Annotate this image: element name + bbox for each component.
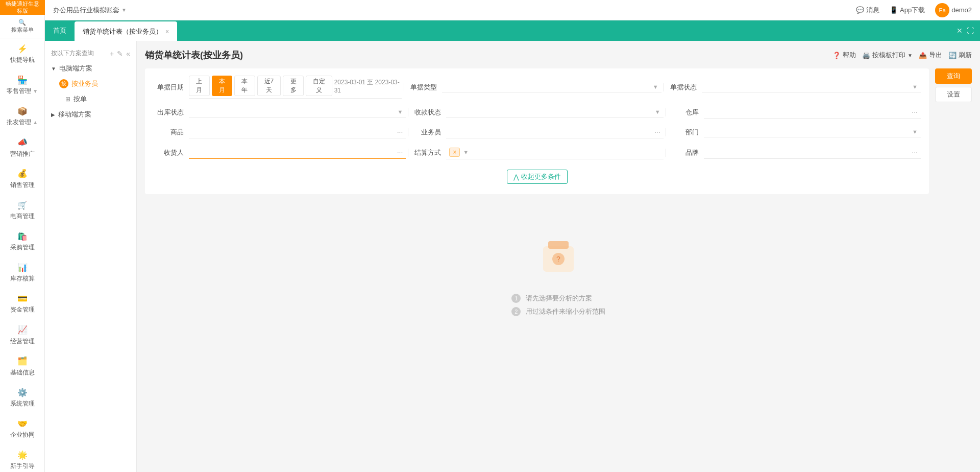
collapse-btn[interactable]: ⋀ 收起更多条件 (507, 170, 568, 184)
tab-home[interactable]: 首页 (45, 20, 75, 41)
goods-input[interactable]: ··· (189, 126, 406, 138)
sidebar-item-inventory[interactable]: 📊 库存核算 (0, 257, 44, 288)
settlement-tag-close[interactable]: × (453, 149, 456, 156)
salesperson-circle-text: 按 (61, 80, 66, 87)
brand-input[interactable]: ··· (704, 146, 921, 159)
inventory-label: 库存核算 (10, 275, 35, 282)
sep8 (666, 149, 666, 157)
sidebar-search[interactable]: 🔍 搜索菜单 (0, 15, 44, 38)
user-menu[interactable]: Ea demo2 (935, 3, 972, 17)
salesperson-scheme-label: 按业务员 (71, 79, 98, 88)
shortcut-icon: ⚡ (2, 43, 42, 55)
sidebar-item-collab[interactable]: 🤝 企业协同 (0, 413, 44, 444)
brand-dots[interactable]: ··· (912, 148, 918, 156)
system-label: 系统管理 (10, 400, 35, 407)
warehouse-dots[interactable]: ··· (912, 108, 918, 116)
dept-arrow: ▼ (912, 129, 918, 135)
help-button[interactable]: ❓ 帮助 (832, 51, 856, 60)
query-button[interactable]: 查询 (935, 68, 972, 84)
sidebar-item-operations[interactable]: 📈 经营管理 (0, 319, 44, 350)
sidebar-item-marketing[interactable]: 📣 营销推广 (0, 132, 44, 163)
newbie-icon: 🌟 (2, 450, 42, 461)
sidebar-item-newbie[interactable]: 🌟 新手引导 (0, 444, 44, 472)
sidebar-item-finance[interactable]: 💳 资金管理 (0, 288, 44, 319)
sidebar-item-purchase[interactable]: 🛍️ 采购管理 (0, 226, 44, 257)
warehouse-input[interactable]: ··· (704, 106, 921, 119)
out-status-label: 出库状态 (153, 108, 189, 117)
operations-label: 经营管理 (10, 338, 35, 345)
sep3 (408, 108, 408, 116)
add-scheme-icon[interactable]: + (110, 50, 114, 58)
date-last7-btn[interactable]: 近7天 (257, 76, 281, 96)
export-label: 导出 (929, 51, 942, 60)
sep5 (408, 128, 408, 136)
tab-active-label: 销货单统计表（按业务员） (83, 27, 162, 36)
doc-status-input[interactable]: ▼ (702, 82, 921, 92)
sep7 (408, 149, 408, 157)
desktop-group-label: 电脑端方案 (59, 64, 92, 73)
collection-input[interactable]: ▼ (446, 107, 663, 117)
goods-label: 商品 (153, 128, 189, 137)
export-button[interactable]: 📤 导出 (919, 51, 942, 60)
sidebar-item-sales[interactable]: 💰 销售管理 (0, 163, 44, 194)
tab-active[interactable]: 销货单统计表（按业务员） × (75, 21, 177, 42)
page-title: 销货单统计表(按业务员) (145, 49, 243, 61)
system-icon: ⚙️ (2, 387, 42, 398)
message-button[interactable]: 💬 消息 (856, 6, 879, 15)
dept-input[interactable]: ▼ (704, 127, 921, 137)
industry-dropdown[interactable]: 办公用品行业模拟账套 ▼ (53, 6, 127, 15)
edit-scheme-icon[interactable]: ✎ (117, 50, 123, 58)
template-print-button[interactable]: 🖨️ 按模板打印 ▼ (862, 51, 913, 60)
salesperson-dots[interactable]: ··· (654, 128, 660, 136)
wholesale-label: 批发管理 (7, 119, 31, 126)
purchase-label: 采购管理 (10, 244, 35, 251)
settings-button[interactable]: 设置 (935, 87, 972, 102)
consignee-dots[interactable]: ··· (397, 148, 403, 156)
tree-mobile-group[interactable]: ▶ 移动端方案 (45, 107, 136, 122)
tab-expand-icon[interactable]: ⛶ (967, 27, 974, 35)
app-download-label: App下载 (900, 6, 925, 15)
date-range-text: 2023-03-01 至 2023-03-31 (334, 78, 402, 94)
tab-bar: 首页 销货单统计表（按业务员） × ✕ ⛶ (45, 20, 980, 41)
industry-name: 办公用品行业模拟账套 (53, 6, 119, 15)
sidebar-item-retail[interactable]: 🏪 零售管理 ▼ (0, 69, 44, 101)
collection-label: 收款状态 (410, 108, 446, 117)
sidebar-item-ecommerce[interactable]: 🛒 电商管理 (0, 195, 44, 226)
marketing-label: 营销推广 (10, 150, 35, 157)
date-more-btn[interactable]: 更多 (283, 76, 304, 96)
sidebar-item-shortcut[interactable]: ⚡ 快捷导航 (0, 38, 44, 69)
print-dropdown-arrow: ▼ (908, 53, 913, 58)
tree-desktop-group[interactable]: ▼ 电脑端方案 (45, 61, 136, 76)
tab-close-window-icon[interactable]: ✕ (957, 27, 963, 35)
app-download-button[interactable]: 📱 App下载 (890, 6, 925, 15)
sidebar-item-wholesale[interactable]: 📦 批发管理 ▲ (0, 101, 44, 132)
tab-bar-actions: ✕ ⛶ (957, 27, 980, 35)
goods-dots[interactable]: ··· (397, 128, 403, 136)
tree-salesperson-item[interactable]: 按 按业务员 (45, 76, 136, 91)
salesperson-circle: 按 (59, 79, 68, 88)
date-this-year-btn[interactable]: 本年 (234, 76, 255, 96)
empty-tips: 1 请先选择要分析的方案 2 用过滤条件来缩小分析范围 (511, 292, 605, 318)
consignee-input[interactable]: ··· (189, 146, 406, 159)
doc-type-input[interactable]: ▼ (442, 82, 661, 92)
sidebar-item-basic[interactable]: 🗂️ 基础信息 (0, 350, 44, 382)
out-status-input[interactable]: ▼ (189, 107, 406, 117)
sep2 (664, 83, 664, 91)
salesperson-input[interactable]: ··· (446, 126, 663, 138)
sidebar-item-system[interactable]: ⚙️ 系统管理 (0, 382, 44, 413)
settlement-input[interactable]: × ▼ (446, 146, 663, 159)
left-panel: 按以下方案查询 + ✎ « ▼ 电脑端方案 按 按业务员 ⊞ 按单 (45, 41, 137, 472)
date-last-month-btn[interactable]: 上月 (189, 76, 210, 96)
collapse-panel-icon[interactable]: « (126, 50, 130, 58)
tab-close-button[interactable]: × (165, 28, 169, 35)
left-panel-title: 按以下方案查询 (51, 49, 94, 58)
download-icon: 📱 (890, 6, 898, 14)
message-label: 消息 (866, 6, 879, 15)
refresh-button[interactable]: 🔄 刷新 (948, 51, 972, 60)
message-icon: 💬 (856, 6, 864, 14)
purchase-icon: 🛍️ (2, 231, 42, 242)
date-this-month-btn[interactable]: 本月 (212, 76, 233, 96)
empty-svg: ? (533, 231, 584, 282)
date-custom-btn[interactable]: 自定义 (306, 76, 332, 96)
tree-order-item[interactable]: ⊞ 按单 (45, 91, 136, 107)
